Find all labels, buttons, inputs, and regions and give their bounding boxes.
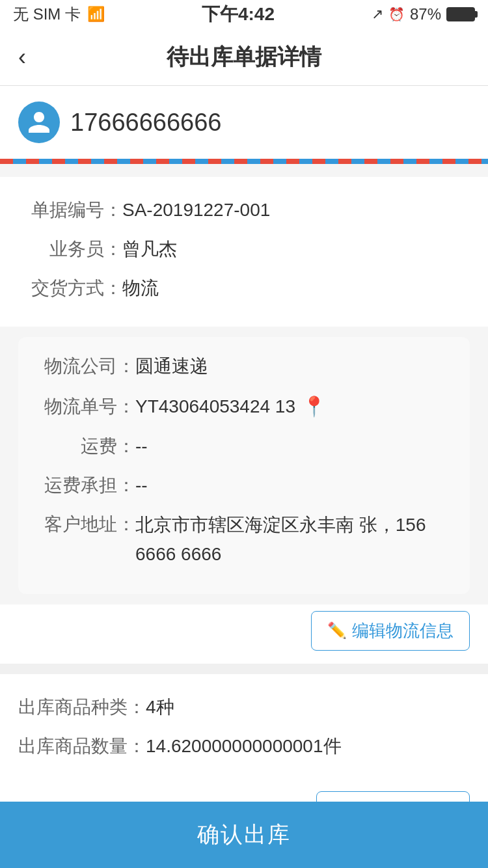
dashed-divider: [0, 159, 488, 164]
location-status-icon: ↗: [372, 6, 383, 23]
goods-types-value: 4种: [146, 694, 470, 721]
order-no-value: SA-20191227-001: [122, 197, 470, 224]
goods-quantity-label: 出库商品数量：: [18, 733, 146, 760]
goods-quantity-value: 14.620000000000001件: [146, 733, 470, 760]
customer-phone: 17666666666: [70, 109, 221, 137]
order-info-section: 单据编号： SA-20191227-001 业务员： 曾凡杰 交货方式： 物流: [0, 177, 488, 327]
salesman-value: 曾凡杰: [122, 236, 470, 263]
status-time: 下午4:42: [202, 2, 275, 27]
tracking-location-icon[interactable]: 📍: [302, 392, 326, 421]
logistics-company-value: 圆通速递: [135, 353, 457, 380]
confirm-outbound-button[interactable]: 确认出库: [0, 820, 488, 850]
user-icon: [26, 109, 52, 135]
order-no-row: 单据编号： SA-20191227-001: [18, 197, 470, 224]
edit-btn-container: ✏️ 编辑物流信息: [0, 604, 488, 664]
wifi-icon: 📶: [87, 6, 105, 23]
battery-icon: [446, 7, 475, 21]
logistics-company-label: 物流公司：: [31, 353, 135, 380]
address-value: 北京市市辖区海淀区永丰南 张，156 6666 6666: [135, 511, 457, 569]
carrier-text: 无 SIM 卡: [13, 4, 81, 25]
status-right: ↗ ⏰ 87%: [372, 5, 475, 23]
goods-quantity-row: 出库商品数量： 14.620000000000001件: [18, 733, 470, 760]
status-bar: 无 SIM 卡 📶 下午4:42 ↗ ⏰ 87%: [0, 0, 488, 29]
section-divider: [0, 664, 488, 674]
freight-bear-value: --: [135, 472, 457, 499]
delivery-value: 物流: [122, 275, 470, 302]
freight-bear-label: 运费承担：: [31, 472, 135, 499]
status-left: 无 SIM 卡 📶: [13, 4, 105, 25]
customer-section: 17666666666: [0, 86, 488, 159]
freight-bear-row: 运费承担： --: [31, 472, 457, 499]
tracking-label: 物流单号：: [31, 393, 135, 420]
freight-value: --: [135, 433, 457, 460]
logistics-company-row: 物流公司： 圆通速递: [31, 353, 457, 380]
address-row: 客户地址： 北京市市辖区海淀区永丰南 张，156 6666 6666: [31, 511, 457, 569]
tracking-value: YT43064053424 13 📍: [135, 392, 457, 421]
back-button[interactable]: ‹: [18, 44, 26, 71]
logistics-card: 物流公司： 圆通速递 物流单号： YT43064053424 13 📍 运费： …: [18, 337, 470, 594]
goods-section: 出库商品种类： 4种 出库商品数量： 14.620000000000001件: [0, 674, 488, 785]
edit-logistics-button[interactable]: ✏️ 编辑物流信息: [311, 611, 470, 651]
goods-types-label: 出库商品种类：: [18, 694, 146, 721]
battery-percent: 87%: [410, 5, 441, 23]
delivery-label: 交货方式：: [18, 275, 122, 302]
confirm-btn-container: 确认出库: [0, 802, 488, 868]
alarm-icon: ⏰: [388, 7, 405, 22]
salesman-label: 业务员：: [18, 236, 122, 263]
tracking-row: 物流单号： YT43064053424 13 📍: [31, 392, 457, 421]
goods-types-row: 出库商品种类： 4种: [18, 694, 470, 721]
order-no-label: 单据编号：: [18, 197, 122, 224]
page-title: 待出库单据详情: [167, 42, 321, 72]
nav-bar: ‹ 待出库单据详情: [0, 29, 488, 86]
salesman-row: 业务员： 曾凡杰: [18, 236, 470, 263]
edit-icon: ✏️: [327, 621, 347, 640]
address-label: 客户地址：: [31, 511, 135, 538]
freight-row: 运费： --: [31, 433, 457, 460]
freight-label: 运费：: [31, 433, 135, 460]
delivery-row: 交货方式： 物流: [18, 275, 470, 302]
avatar: [18, 102, 60, 143]
